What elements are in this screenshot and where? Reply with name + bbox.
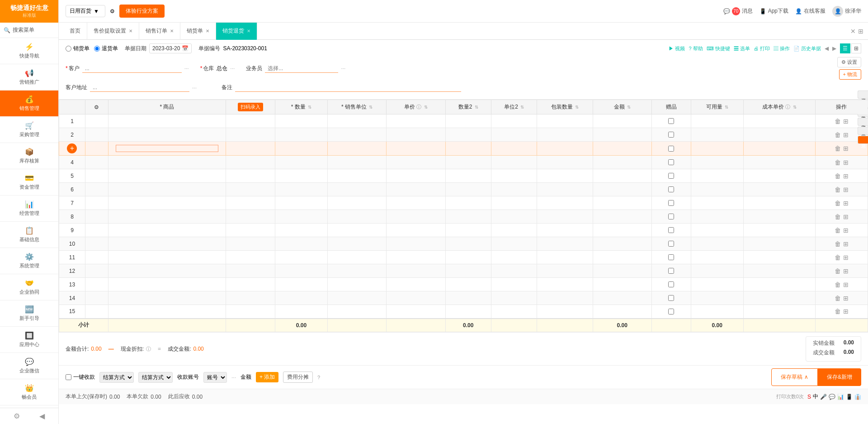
row-price[interactable]	[387, 278, 445, 291]
delete-icon[interactable]: 🗑	[835, 186, 841, 193]
bottom-icon-7[interactable]: 👔	[854, 394, 861, 400]
experience-btn[interactable]: 体验行业方案	[119, 5, 165, 18]
row-product[interactable]	[108, 237, 226, 251]
copy-icon[interactable]: ⊞	[843, 227, 849, 234]
message-item[interactable]: 💬 70 消息	[723, 7, 753, 15]
row-unit2[interactable]	[491, 291, 537, 305]
address-input[interactable]	[90, 83, 189, 92]
delete-icon[interactable]: 🗑	[835, 308, 841, 315]
th-settings[interactable]: ⚙	[85, 100, 108, 114]
copy-icon[interactable]: ⊞	[843, 186, 849, 193]
payment-method-select[interactable]: 结算方式	[99, 372, 134, 383]
gift-checkbox[interactable]	[668, 132, 674, 138]
row-amount[interactable]	[593, 183, 651, 196]
row-qty[interactable]	[275, 291, 328, 305]
bottom-icon-4[interactable]: 💬	[829, 394, 835, 400]
remark-input[interactable]	[235, 83, 461, 92]
radio-return-input[interactable]	[94, 46, 100, 52]
discount-info-icon[interactable]: ⓘ	[146, 346, 151, 353]
row-amount[interactable]	[593, 264, 651, 278]
settings-icon[interactable]: ⚙	[110, 8, 115, 14]
row-unit2[interactable]	[491, 278, 537, 291]
account-more-btn[interactable]: ···	[231, 374, 236, 381]
pack-sort-icon[interactable]: ⇅	[575, 105, 579, 110]
row-qty2[interactable]	[445, 114, 491, 128]
row-product[interactable]	[108, 278, 226, 291]
delete-icon[interactable]: 🗑	[835, 227, 841, 234]
row-unit2[interactable]	[491, 251, 537, 264]
row-unit[interactable]	[327, 114, 386, 128]
float-item-4[interactable]: 收藏	[858, 118, 868, 126]
row-amount[interactable]	[593, 128, 651, 142]
sidebar-item-marketing[interactable]: 📢 营销推广	[0, 64, 58, 91]
row-unit2[interactable]	[491, 196, 537, 210]
row-qty2[interactable]	[445, 291, 491, 305]
add-row-btn[interactable]: +	[67, 143, 77, 153]
row-price[interactable]	[387, 251, 445, 264]
logistics-btn[interactable]: + 物流	[839, 69, 861, 80]
row-price[interactable]	[387, 237, 445, 251]
gift-checkbox[interactable]	[668, 268, 674, 274]
radio-sale-out-input[interactable]	[66, 46, 71, 52]
row-qty2[interactable]	[445, 237, 491, 251]
row-price[interactable]	[387, 291, 445, 305]
row-unit2[interactable]	[491, 142, 537, 156]
copy-icon[interactable]: ⊞	[843, 213, 849, 220]
row-unit[interactable]	[327, 183, 386, 196]
row-gift[interactable]	[651, 114, 691, 128]
select-btn[interactable]: ☰ 选单	[734, 45, 750, 52]
cost-info-icon[interactable]: ⓘ	[785, 104, 790, 110]
row-product[interactable]	[108, 291, 226, 305]
tab-home[interactable]: 首页	[63, 23, 87, 40]
copy-icon[interactable]: ⊞	[843, 267, 849, 275]
row-pack[interactable]	[537, 196, 593, 210]
delete-icon[interactable]: 🗑	[835, 145, 841, 152]
row-unit2[interactable]	[491, 128, 537, 142]
qty-sort-icon[interactable]: ⇅	[308, 105, 311, 110]
unit2-sort-icon[interactable]: ⇅	[520, 105, 524, 110]
gift-checkbox[interactable]	[668, 309, 674, 314]
row-price[interactable]	[387, 114, 445, 128]
cost-sort-icon[interactable]: ⇅	[793, 105, 797, 110]
delete-icon[interactable]: 🗑	[835, 267, 841, 275]
price-info-icon[interactable]: ⓘ	[416, 104, 421, 110]
row-product[interactable]	[108, 251, 226, 264]
sidebar-item-finance[interactable]: 💳 资金管理	[0, 169, 58, 195]
row-amount[interactable]	[593, 251, 651, 264]
sidebar-item-guide[interactable]: 🆕 新手引导	[0, 300, 58, 327]
operate-btn[interactable]: ▤ 操作	[774, 45, 790, 52]
row-qty[interactable]	[275, 183, 328, 196]
row-unit[interactable]	[327, 128, 386, 142]
tab-sale-price-close[interactable]: ✕	[129, 29, 132, 33]
row-qty[interactable]	[275, 114, 328, 128]
delete-icon[interactable]: 🗑	[835, 131, 841, 138]
row-pack[interactable]	[537, 210, 593, 224]
radio-return[interactable]: 退货单	[94, 45, 118, 52]
tab-sale-out[interactable]: 销货单 ✕	[180, 23, 216, 40]
sidebar-item-basic[interactable]: 📋 基础信息	[0, 222, 58, 248]
row-price[interactable]	[387, 196, 445, 210]
row-qty[interactable]	[275, 156, 328, 169]
row-unit[interactable]	[327, 251, 386, 264]
tab-sale-order-close[interactable]: ✕	[170, 29, 174, 33]
delete-icon[interactable]: 🗑	[835, 118, 841, 125]
row-price[interactable]	[387, 169, 445, 183]
row-unit[interactable]	[327, 278, 386, 291]
account-select[interactable]: 账号	[203, 372, 227, 383]
row-price[interactable]	[387, 156, 445, 169]
payment-checkbox[interactable]	[66, 374, 71, 380]
list-view-icon[interactable]: ☰	[840, 43, 850, 53]
sidebar-item-system[interactable]: ⚙️ 系统管理	[0, 248, 58, 274]
row-unit2[interactable]	[491, 156, 537, 169]
row-amount[interactable]	[593, 114, 651, 128]
sidebar-item-sales[interactable]: 💰 销售管理	[0, 91, 58, 117]
copy-icon[interactable]: ⊞	[843, 281, 849, 288]
row-pack[interactable]	[537, 237, 593, 251]
save-new-btn[interactable]: 保存&新增	[818, 368, 861, 386]
gift-checkbox[interactable]	[668, 118, 674, 124]
shortcut-btn[interactable]: ⌨ 快捷键	[707, 45, 730, 52]
bottom-icon-3[interactable]: 🎤	[820, 394, 827, 400]
row-unit[interactable]	[327, 169, 386, 183]
gift-checkbox[interactable]	[668, 281, 674, 287]
row-product[interactable]	[108, 224, 226, 237]
